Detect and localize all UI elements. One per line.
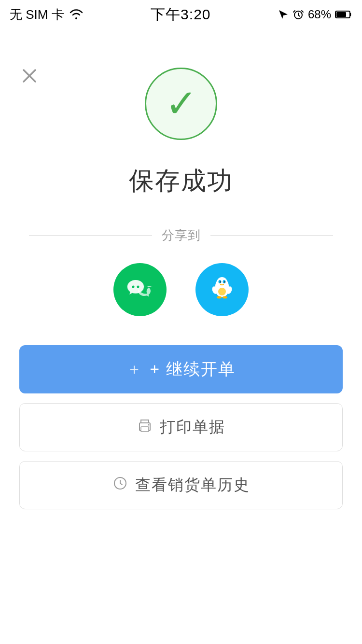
history-label: 查看销货单历史: [135, 475, 250, 496]
share-icons-row: [113, 263, 249, 316]
share-section: 分享到: [0, 227, 362, 316]
battery-icon: [335, 10, 352, 19]
svg-point-13: [220, 281, 221, 283]
battery-percent: 68%: [308, 8, 331, 21]
checkmark-icon: ✓: [165, 84, 197, 123]
print-icon: [137, 417, 153, 437]
print-label: 打印单据: [160, 417, 225, 438]
history-button[interactable]: 查看销货单历史: [19, 461, 343, 509]
success-icon-circle: ✓: [145, 68, 217, 140]
continue-label: + 继续开单: [150, 358, 235, 380]
qq-logo: [206, 274, 238, 306]
plus-icon: ＋: [126, 359, 143, 380]
svg-point-8: [137, 286, 139, 288]
main-content: ✓ 保存成功 分享到: [0, 29, 362, 644]
status-left: 无 SIM 卡: [10, 6, 84, 23]
svg-point-7: [132, 286, 135, 288]
svg-rect-2: [336, 12, 346, 17]
status-right: 68%: [278, 8, 352, 21]
svg-point-14: [224, 281, 225, 283]
divider-line-left: [29, 235, 152, 236]
status-time: 下午3:20: [151, 5, 210, 25]
svg-point-17: [217, 296, 222, 299]
print-button[interactable]: 打印单据: [19, 403, 343, 451]
close-button[interactable]: [17, 64, 42, 88]
share-divider: 分享到: [0, 227, 362, 244]
svg-rect-22: [141, 427, 149, 432]
carrier-label: 无 SIM 卡: [10, 6, 64, 23]
divider-line-right: [210, 235, 334, 236]
action-buttons: ＋ + 继续开单 打印单据 查看销货单历: [0, 345, 362, 509]
location-icon: [278, 9, 289, 20]
svg-point-18: [223, 296, 227, 299]
wechat-share-button[interactable]: [113, 263, 167, 316]
svg-point-16: [218, 288, 226, 295]
success-title: 保存成功: [129, 164, 233, 198]
alarm-icon: [292, 9, 304, 20]
status-bar: 无 SIM 卡 下午3:20 68%: [0, 0, 362, 29]
share-label: 分享到: [162, 227, 201, 244]
wifi-icon: [69, 9, 84, 20]
continue-button[interactable]: ＋ + 继续开单: [19, 345, 343, 393]
history-icon: [112, 475, 128, 495]
wechat-logo: [124, 276, 156, 303]
qq-share-button[interactable]: [195, 263, 249, 316]
svg-point-23: [148, 424, 150, 426]
